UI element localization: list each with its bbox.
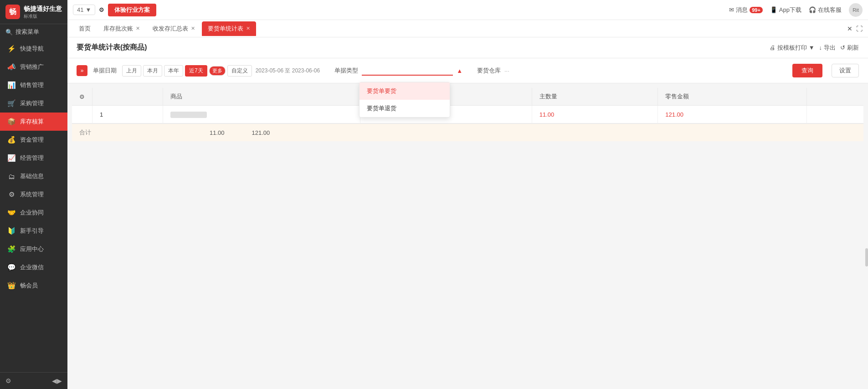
phone-icon: 📱 (770, 6, 777, 13)
store-selector[interactable]: 41 ▼ (73, 5, 95, 15)
refresh-btn[interactable]: ↺ 刷新 (840, 44, 859, 52)
tab-close-batch-account[interactable]: ✕ (136, 26, 140, 31)
sidebar-item-finance[interactable]: 💰 资金管理 (0, 131, 67, 149)
data-table-container: ⚙ 商品 主计量单位 主数量 零售金额 1 (72, 88, 863, 141)
table-footer: 合计 11.00 121.00 (72, 123, 863, 141)
th-product: 商品 (163, 88, 360, 106)
td-quantity[interactable]: 11.00 (532, 106, 657, 123)
date-label: 单据日期 (93, 67, 117, 75)
tab-close-receivable[interactable]: ✕ (191, 26, 195, 31)
th-extra (806, 88, 863, 106)
system-icon: ⚙ (7, 190, 15, 199)
th-amount: 零售金额 (658, 88, 806, 106)
page-actions: 🖨 按模板打印 ▼ ↓ 导出 ↺ 刷新 (770, 44, 859, 52)
messages-btn[interactable]: ✉ 消息 99+ (729, 6, 763, 14)
tab-close-order-stats[interactable]: ✕ (246, 26, 250, 31)
main-content: 41 ▼ ⚙ 体验行业方案 ✉ 消息 99+ 📱 App下载 🎧 在线客服 Ri… (67, 0, 868, 389)
sidebar-toggle-btn[interactable]: ◀▶ (52, 377, 62, 384)
type-dropdown: 要货单要货 要货单退货 (359, 82, 450, 118)
sidebar-item-purchase[interactable]: 🛒 采购管理 (0, 94, 67, 113)
search-menu[interactable]: 🔍 搜索菜单 (0, 24, 67, 40)
type-chevron-up-icon[interactable]: ▲ (457, 67, 462, 74)
appstore-icon: 🧩 (7, 245, 15, 253)
dropdown-item-order-goods[interactable]: 要货单要货 (360, 82, 450, 100)
inventory-icon: 📦 (7, 118, 15, 126)
type-input[interactable] (362, 66, 453, 76)
marketing-icon: 📣 (7, 63, 15, 71)
page-title-bar: 要货单统计表(按商品) 🖨 按模板打印 ▼ ↓ 导出 ↺ 刷新 (67, 37, 868, 58)
refresh-icon: ↺ (840, 44, 845, 51)
tab-batch-account[interactable]: 库存批次账 ✕ (98, 21, 146, 36)
date-last-month-btn[interactable]: 上月 (122, 65, 141, 77)
header-right: ✉ 消息 99+ 📱 App下载 🎧 在线客服 Rit (729, 3, 863, 17)
warehouse-more-btn[interactable]: ··· (504, 67, 509, 74)
logo-icon: 畅 (5, 5, 20, 19)
close-all-tabs-btn[interactable]: ✕ (847, 25, 853, 32)
date-this-year-btn[interactable]: 本年 (164, 65, 183, 77)
sidebar-item-guide[interactable]: 🔰 新手引导 (0, 222, 67, 240)
td-amount[interactable]: 121.00 (658, 106, 806, 123)
chevron-down-icon: ▼ (809, 44, 815, 51)
sidebar-item-appstore[interactable]: 🧩 应用中心 (0, 240, 67, 258)
app-download-btn[interactable]: 📱 App下载 (770, 6, 801, 14)
tab-order-stats[interactable]: 要货单统计表 ✕ (202, 21, 256, 36)
table-row: 1 块 11.00 121.00 (72, 106, 863, 123)
sidebar-item-enterprise[interactable]: 🤝 企业协同 (0, 204, 67, 222)
date-this-month-btn[interactable]: 本月 (143, 65, 162, 77)
tab-receivable[interactable]: 收发存汇总表 ✕ (147, 21, 201, 36)
trial-btn[interactable]: 体验行业方案 (108, 4, 156, 16)
sidebar: 畅 畅捷通好生意 标准版 🔍 搜索菜单 ⚡ 快捷导航 📣 营销推广 📊 销售管理… (0, 0, 67, 389)
th-settings[interactable]: ⚙ (72, 88, 92, 106)
sidebar-item-operations[interactable]: 📈 经营管理 (0, 149, 67, 167)
expand-tabs-btn[interactable]: ⛶ (856, 25, 863, 32)
export-btn[interactable]: ↓ 导出 (819, 44, 836, 52)
chevron-down-icon: ▼ (85, 6, 91, 13)
type-label: 单据类型 (334, 67, 358, 75)
wechat-icon: 💬 (7, 263, 15, 271)
sidebar-item-marketing[interactable]: 📣 营销推广 (0, 58, 67, 76)
date-filter-group: 上月 本月 本年 近7天 更多 自定义 2023-05-06 至 2023-06… (122, 65, 320, 77)
td-row-no: 1 (92, 106, 163, 123)
footer-label: 合计 (79, 128, 91, 137)
query-btn[interactable]: 查询 (792, 64, 822, 77)
member-icon: 👑 (7, 282, 15, 290)
tabs-actions: ✕ ⛶ (847, 25, 863, 32)
top-header: 41 ▼ ⚙ 体验行业方案 ✉ 消息 99+ 📱 App下载 🎧 在线客服 Ri… (67, 0, 868, 20)
footer-settings-btn[interactable]: ⚙ (5, 377, 11, 384)
sidebar-item-inventory[interactable]: 📦 库存核算 (0, 113, 67, 131)
page-title: 要货单统计表(按商品) (77, 43, 147, 52)
table-header-row: ⚙ 商品 主计量单位 主数量 零售金额 (72, 88, 863, 106)
logo-text: 畅捷通好生意 标准版 (24, 5, 62, 19)
settings-btn[interactable]: 设置 (832, 64, 859, 77)
type-filter-group: 单据类型 ▲ (334, 66, 462, 76)
user-avatar[interactable]: Rit (849, 3, 863, 17)
product-name-placeholder (170, 112, 207, 118)
basics-icon: 🗂 (7, 173, 15, 180)
date-last-7days-btn[interactable]: 近7天 (185, 65, 207, 77)
quick-nav-icon: ⚡ (7, 45, 15, 53)
dropdown-item-order-return[interactable]: 要货单退货 (360, 100, 450, 117)
td-product (163, 106, 360, 123)
guide-icon: 🔰 (7, 227, 15, 235)
header-settings-icon[interactable]: ⚙ (99, 6, 104, 13)
sidebar-footer: ⚙ ◀▶ (0, 372, 67, 389)
operations-icon: 📈 (7, 154, 15, 162)
sidebar-item-basics[interactable]: 🗂 基础信息 (0, 167, 67, 185)
data-table: ⚙ 商品 主计量单位 主数量 零售金额 1 (72, 88, 863, 123)
print-btn[interactable]: 🖨 按模板打印 ▼ (770, 44, 815, 52)
scrollbar[interactable] (865, 248, 868, 266)
page-content: 要货单统计表(按商品) 🖨 按模板打印 ▼ ↓ 导出 ↺ 刷新 (67, 37, 868, 389)
tab-home[interactable]: 首页 (73, 21, 97, 36)
date-custom-btn[interactable]: 自定义 (227, 65, 252, 77)
sidebar-item-wechat[interactable]: 💬 企业微信 (0, 258, 67, 276)
online-service-btn[interactable]: 🎧 在线客服 (809, 6, 842, 14)
sidebar-item-quick-nav[interactable]: ⚡ 快捷导航 (0, 40, 67, 58)
sidebar-item-member[interactable]: 👑 畅会员 (0, 276, 67, 295)
finance-icon: 💰 (7, 136, 15, 144)
sidebar-item-system[interactable]: ⚙ 系统管理 (0, 185, 67, 204)
date-more-btn[interactable]: 更多 (209, 66, 226, 76)
export-icon: ↓ (819, 44, 822, 51)
sidebar-item-sales[interactable]: 📊 销售管理 (0, 76, 67, 94)
footer-quantity: 11.00 (210, 129, 225, 136)
filter-expand-btn[interactable]: » (77, 65, 87, 76)
